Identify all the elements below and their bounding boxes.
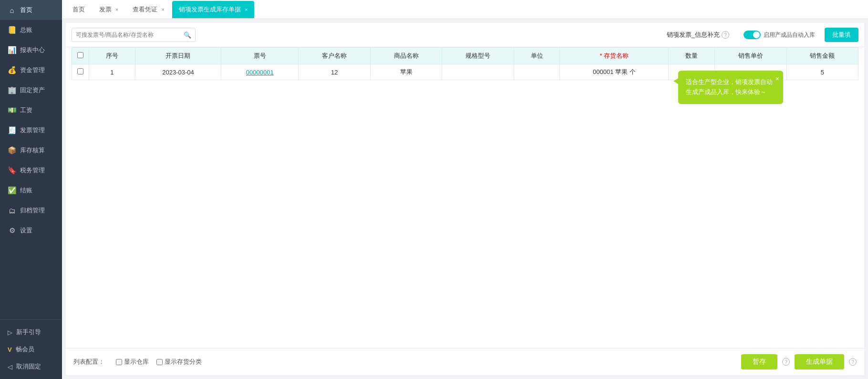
payroll-icon: 💵 bbox=[8, 106, 16, 115]
bottom-bar: 列表配置： 显示仓库 显示存货分类 暂存 ? 生成单据 ? bbox=[66, 348, 864, 375]
search-input[interactable] bbox=[76, 32, 184, 38]
show-warehouse-label[interactable]: 显示仓库 bbox=[116, 358, 149, 366]
search-wrapper: 🔍 bbox=[72, 28, 196, 42]
sidebar-item-settings[interactable]: ⚙ 设置 bbox=[0, 221, 62, 241]
fixed-assets-icon: 🏢 bbox=[8, 86, 16, 95]
row-customer: 12 bbox=[299, 64, 370, 80]
sidebar-item-ledger[interactable]: 📒 总账 bbox=[0, 20, 62, 40]
tab-invoice[interactable]: 发票 × bbox=[93, 1, 125, 18]
sidebar-item-fixed-assets[interactable]: 🏢 固定资产 bbox=[0, 80, 62, 100]
show-category-label[interactable]: 显示存货分类 bbox=[156, 358, 202, 366]
th-customer: 客户名称 bbox=[299, 48, 370, 64]
tab-inventory-order[interactable]: 销项发票生成库存单据 × bbox=[172, 1, 254, 18]
batch-fill-button[interactable]: 批量填 bbox=[825, 28, 858, 42]
sidebar: ⌂ 首页 📒 总账 📊 报表中心 💰 资金管理 🏢 固定资产 💵 工资 🧾 发票… bbox=[0, 0, 62, 379]
th-amount: 销售金额 bbox=[786, 48, 858, 64]
sidebar-bottom: ▷ 新手引导 V 畅会员 ◁ 取消固定 bbox=[0, 319, 62, 379]
sidebar-item-payroll[interactable]: 💵 工资 bbox=[0, 100, 62, 120]
row-date: 2023-03-04 bbox=[135, 64, 221, 80]
row-inventory-name: 000001 苹果 个 bbox=[560, 64, 669, 80]
row-checkbox[interactable] bbox=[77, 68, 83, 74]
fund-icon: 💰 bbox=[8, 66, 16, 74]
toggle-wrapper: 启用产成品自动入库 bbox=[744, 31, 815, 39]
guide-icon: ▷ bbox=[8, 329, 12, 336]
row-ticket-no[interactable]: 00000001 bbox=[221, 64, 299, 80]
report-icon: 📊 bbox=[8, 46, 16, 54]
bottom-actions: 暂存 ? 生成单据 ? bbox=[741, 354, 857, 369]
th-ticket-no: 票号 bbox=[221, 48, 299, 64]
sidebar-item-tax[interactable]: 🔖 税务管理 bbox=[0, 160, 62, 180]
info-label: 销项发票_信息补充 ? bbox=[667, 31, 729, 39]
show-warehouse-checkbox[interactable] bbox=[116, 359, 122, 365]
ledger-icon: 📒 bbox=[8, 26, 16, 34]
th-index: 序号 bbox=[89, 48, 135, 64]
select-all-checkbox[interactable] bbox=[77, 52, 83, 58]
th-unit: 单位 bbox=[514, 48, 560, 64]
invoice-icon: 🧾 bbox=[8, 126, 16, 135]
info-help-icon[interactable]: ? bbox=[722, 31, 729, 39]
save-button[interactable]: 暂存 bbox=[741, 354, 777, 369]
generate-help-icon[interactable]: ? bbox=[849, 358, 857, 366]
vip-icon: V bbox=[8, 346, 12, 353]
tooltip-text: 适合生产型企业，销项发票自动生成产成品入库，快来体验～ bbox=[686, 78, 773, 95]
main-area: 首页 发票 × 查看凭证 × 销项发票生成库存单据 × 🔍 销项发票_信息补充 bbox=[62, 0, 868, 379]
th-checkbox bbox=[72, 48, 89, 64]
th-product: 商品名称 bbox=[370, 48, 442, 64]
close-inventory-tab[interactable]: × bbox=[245, 7, 248, 12]
tooltip-bubble: × 适合生产型企业，销项发票自动生成产成品入库，快来体验～ bbox=[678, 71, 783, 104]
sidebar-item-invoice[interactable]: 🧾 发票管理 bbox=[0, 120, 62, 140]
th-inventory-name: * 存货名称 bbox=[560, 48, 669, 64]
sidebar-item-home[interactable]: ⌂ 首页 bbox=[0, 0, 62, 20]
sidebar-item-report[interactable]: 📊 报表中心 bbox=[0, 40, 62, 60]
row-amount: 5 bbox=[786, 64, 858, 80]
generate-button[interactable]: 生成单据 bbox=[795, 354, 844, 369]
sidebar-item-inventory[interactable]: 📦 库存核算 bbox=[0, 140, 62, 160]
row-spec bbox=[442, 64, 514, 80]
save-help-icon[interactable]: ? bbox=[782, 358, 790, 366]
tax-icon: 🔖 bbox=[8, 166, 16, 175]
sidebar-item-fund[interactable]: 💰 资金管理 bbox=[0, 60, 62, 80]
content-wrapper: 🔍 销项发票_信息补充 ? 启用产成品自动入库 批量填 bbox=[66, 23, 864, 375]
sidebar-item-guide[interactable]: ▷ 新手引导 bbox=[0, 324, 62, 341]
show-category-checkbox[interactable] bbox=[156, 359, 163, 365]
pin-icon: ◁ bbox=[8, 363, 12, 370]
content-panel: 🔍 销项发票_信息补充 ? 启用产成品自动入库 批量填 bbox=[66, 23, 864, 375]
tabbar: 首页 发票 × 查看凭证 × 销项发票生成库存单据 × bbox=[62, 0, 868, 19]
config-label: 列表配置： bbox=[73, 358, 104, 366]
pin-button[interactable]: ◁ 取消固定 bbox=[0, 358, 62, 375]
inventory-icon: 📦 bbox=[8, 146, 16, 155]
tab-voucher[interactable]: 查看凭证 × bbox=[126, 1, 171, 18]
sidebar-item-archive[interactable]: 🗂 归档管理 bbox=[0, 200, 62, 221]
th-quantity: 数量 bbox=[669, 48, 715, 64]
row-unit bbox=[514, 64, 560, 80]
toolbar: 🔍 销项发票_信息补充 ? 启用产成品自动入库 批量填 bbox=[66, 23, 864, 47]
auto-warehouse-toggle[interactable] bbox=[744, 31, 761, 39]
checkout-icon: ✅ bbox=[8, 186, 16, 195]
tooltip-close-button[interactable]: × bbox=[775, 74, 779, 84]
sidebar-item-checkout[interactable]: ✅ 结账 bbox=[0, 180, 62, 200]
row-index: 1 bbox=[89, 64, 135, 80]
th-date: 开票日期 bbox=[135, 48, 221, 64]
home-icon: ⌂ bbox=[8, 6, 16, 14]
settings-icon: ⚙ bbox=[8, 226, 16, 235]
tab-home[interactable]: 首页 bbox=[66, 1, 92, 18]
row-checkbox-cell bbox=[72, 64, 89, 80]
th-spec: 规格型号 bbox=[442, 48, 514, 64]
th-unit-price: 销售单价 bbox=[715, 48, 786, 64]
close-invoice-tab[interactable]: × bbox=[115, 7, 118, 12]
close-voucher-tab[interactable]: × bbox=[161, 7, 164, 12]
sidebar-item-vip[interactable]: V 畅会员 bbox=[0, 341, 62, 358]
row-product: 苹果 bbox=[370, 64, 442, 80]
search-icon: 🔍 bbox=[184, 32, 191, 39]
archive-icon: 🗂 bbox=[8, 207, 16, 215]
